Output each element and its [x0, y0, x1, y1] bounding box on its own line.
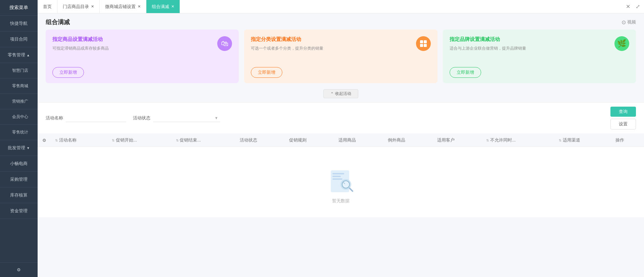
- card-product-desc: 可指定滞销商品或库存较多商品: [52, 45, 232, 62]
- sidebar-item-member-center[interactable]: 会员中心: [0, 109, 38, 125]
- sidebar-item-label: 快捷导航: [10, 20, 28, 26]
- svg-rect-1: [424, 40, 427, 43]
- sidebar-item-retail-mall[interactable]: 零售商城: [0, 78, 38, 94]
- content-area: 组合满减 ⊙ 视频 🛍 指定商品设置满减活动 可指定滞销商品或库存较多商品 立即…: [38, 13, 644, 277]
- th-activity-status-label: 活动状态: [240, 137, 257, 143]
- th-no-concurrent: ⇅ 不允许同时...: [482, 134, 554, 147]
- sidebar-item-inventory-calc[interactable]: 库存核算: [0, 187, 38, 203]
- gear-icon[interactable]: ⚙: [42, 138, 46, 143]
- th-promo-start-label: 促销开始...: [116, 137, 137, 143]
- sidebar-item-label: 零售管理: [8, 52, 25, 58]
- svg-rect-5: [332, 173, 344, 174]
- sidebar-item-smart-store[interactable]: 智慧门店: [0, 63, 38, 78]
- window-maximize-btn[interactable]: ⤢: [634, 2, 641, 11]
- query-button[interactable]: 查询: [610, 107, 636, 117]
- sidebar-item-project-contract[interactable]: 项目合同: [0, 32, 38, 47]
- th-applicable-channel: ⇅ 适用渠道: [555, 134, 611, 147]
- card-product-icon: 🛍: [217, 36, 232, 51]
- svg-rect-3: [424, 44, 427, 47]
- collapse-activity-btn[interactable]: ⌃ 收起活动: [323, 89, 358, 98]
- th-activity-name-label: 活动名称: [59, 137, 77, 143]
- svg-rect-2: [420, 44, 423, 47]
- tabbar: 首页 门店商品目录 ✕ 微商城店铺设置 ✕ 组合满减 ✕ ✕ ⤢: [38, 0, 644, 13]
- th-exception-goods: 例外商品: [384, 134, 433, 147]
- sidebar-item-fund-mgmt[interactable]: 资金管理: [0, 203, 38, 219]
- card-category-desc: 可选一个或者多个分类，提升分类的销量: [251, 45, 430, 62]
- th-operation: 操作: [611, 134, 644, 147]
- sidebar-item-retail-mgmt[interactable]: 零售管理 ▲: [0, 47, 38, 63]
- sidebar-item-quick-nav[interactable]: 快捷导航: [0, 16, 38, 32]
- tab-home[interactable]: 首页: [38, 0, 57, 13]
- tab-mini-store-settings[interactable]: 微商城店铺设置 ✕: [100, 0, 146, 13]
- card-by-product: 🛍 指定商品设置满减活动 可指定滞销商品或库存较多商品 立即新增: [46, 30, 239, 83]
- th-promo-start: ⇅ 促销开始...: [108, 134, 172, 147]
- sort-icon[interactable]: ⇅: [176, 138, 179, 142]
- setting-button[interactable]: 设置: [610, 119, 636, 129]
- page-header: 组合满减 ⊙ 视频: [38, 13, 644, 30]
- sidebar-item-label: 采购管理: [10, 176, 28, 182]
- activity-status-select[interactable]: ▾: [153, 114, 220, 122]
- sidebar-item-purchase-mgmt[interactable]: 采购管理: [0, 172, 38, 187]
- page-title: 组合满减: [46, 18, 70, 26]
- tab-mini-store-settings-close[interactable]: ✕: [138, 4, 141, 9]
- window-close-btn[interactable]: ✕: [625, 2, 632, 11]
- card-brand-title: 指定品牌设置满减活动: [450, 36, 629, 43]
- th-activity-status: 活动状态: [236, 134, 285, 147]
- tabbar-right-controls: ✕ ⤢: [625, 2, 644, 11]
- sidebar-search[interactable]: 搜索菜单: [0, 0, 38, 16]
- activity-name-label: 活动名称: [46, 115, 63, 121]
- th-no-concurrent-label: 不允许同时...: [490, 137, 516, 143]
- th-applicable-goods: 适用商品: [334, 134, 384, 147]
- tab-combo-discount-close[interactable]: ✕: [171, 4, 174, 9]
- card-category-add-btn[interactable]: 立即新增: [251, 67, 282, 78]
- filter-row: 活动名称 活动状态 ▾ 查询 设置: [38, 102, 644, 133]
- card-brand-icon: 🌿: [614, 36, 629, 51]
- filter-buttons: 查询 设置: [610, 107, 636, 129]
- th-promo-end-label: 促销结束...: [180, 137, 201, 143]
- card-brand-add-btn[interactable]: 立即新增: [450, 67, 481, 78]
- th-promo-rule: 促销规则: [285, 134, 334, 147]
- sort-icon[interactable]: ⇅: [559, 138, 561, 142]
- sidebar-item-retail-stats[interactable]: 零售统计: [0, 125, 38, 140]
- card-product-add-btn[interactable]: 立即新增: [52, 67, 84, 78]
- sidebar-item-label: 资金管理: [10, 208, 28, 214]
- sidebar-item-xiaochang-ecom[interactable]: 小畅电商: [0, 156, 38, 172]
- card-by-brand: 🌿 指定品牌设置满减活动 适合与上游企业联合做营销，提升品牌销量 立即新增: [443, 30, 636, 83]
- sidebar-item-marketing[interactable]: 营销推广: [0, 94, 38, 109]
- sidebar-item-label: 智慧门店: [12, 68, 28, 73]
- empty-state-illustration: [324, 167, 358, 194]
- tab-store-catalog-close[interactable]: ✕: [91, 4, 94, 9]
- sort-icon[interactable]: ⇅: [112, 138, 114, 142]
- tab-mini-store-settings-label: 微商城店铺设置: [105, 4, 136, 10]
- svg-rect-0: [420, 40, 423, 43]
- sort-icon[interactable]: ⇅: [55, 138, 58, 142]
- tab-store-catalog-label: 门店商品目录: [63, 4, 89, 10]
- activity-name-filter: 活动名称: [46, 114, 126, 122]
- tab-combo-discount[interactable]: 组合满减 ✕: [146, 0, 180, 13]
- video-label: 视频: [627, 19, 636, 25]
- th-operation-label: 操作: [615, 137, 624, 143]
- tab-combo-discount-label: 组合满减: [152, 4, 169, 10]
- table-wrap: ⚙ ⇅ 活动名称 ⇅ 促销开始... ⇅ 促销结束...: [38, 134, 644, 217]
- video-link[interactable]: ⊙ 视频: [622, 19, 636, 25]
- card-category-title: 指定分类设置满减活动: [251, 36, 430, 43]
- sidebar-item-wholesale-mgmt[interactable]: 批发管理 ▼: [0, 140, 38, 156]
- sidebar-item-label: 营销推广: [12, 99, 28, 104]
- sidebar-item-label: 批发管理: [8, 145, 25, 151]
- table-header-row: ⚙ ⇅ 活动名称 ⇅ 促销开始... ⇅ 促销结束...: [38, 134, 644, 147]
- sidebar-item-label: 会员中心: [12, 114, 28, 120]
- th-promo-rule-label: 促销规则: [289, 137, 307, 143]
- empty-state: 暂无数据: [38, 147, 644, 217]
- svg-rect-6: [332, 176, 341, 177]
- activity-name-input[interactable]: [66, 114, 126, 122]
- tab-home-label: 首页: [43, 4, 52, 10]
- collapse-bar: ⌃ 收起活动: [38, 87, 644, 102]
- sidebar-item-label: 小畅电商: [10, 161, 28, 167]
- main-area: 首页 门店商品目录 ✕ 微商城店铺设置 ✕ 组合满减 ✕ ✕ ⤢ 组合满减 ⊙ …: [38, 0, 644, 277]
- tab-store-catalog[interactable]: 门店商品目录 ✕: [57, 0, 100, 13]
- sort-icon[interactable]: ⇅: [486, 138, 489, 142]
- sidebar-item-label: 项目合同: [10, 36, 28, 42]
- card-by-category: 指定分类设置满减活动 可选一个或者多个分类，提升分类的销量 立即新增: [244, 30, 437, 83]
- th-gear: ⚙: [38, 134, 51, 147]
- sidebar-settings-btn[interactable]: ⚙: [0, 262, 38, 277]
